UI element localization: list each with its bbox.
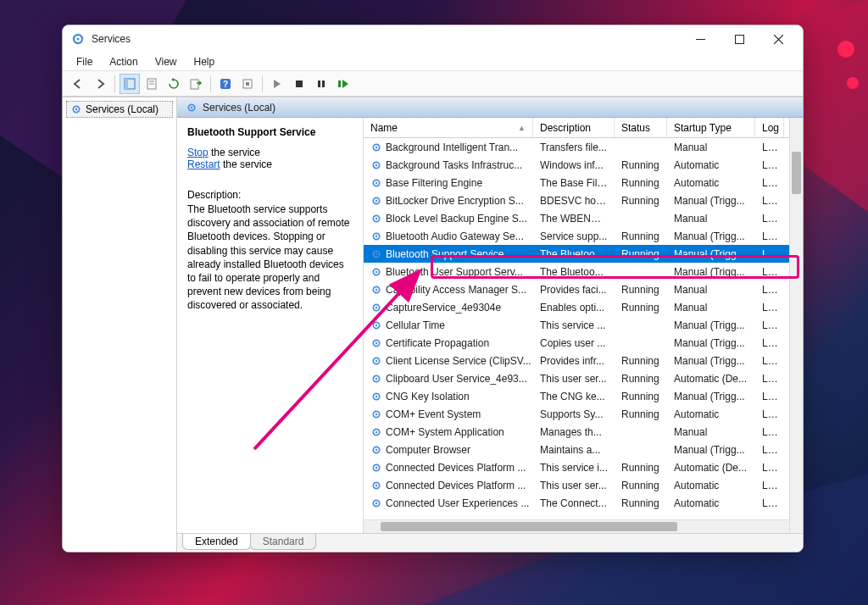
properties-button[interactable] — [142, 74, 162, 94]
svg-point-34 — [376, 199, 377, 201]
service-status: Running — [615, 480, 667, 491]
service-description: Enables opti... — [533, 302, 615, 314]
col-header-description[interactable]: Description — [533, 118, 615, 137]
restart-service-link[interactable]: Restart — [187, 158, 220, 170]
service-row[interactable]: Cellular TimeThis service ...Manual (Tri… — [364, 316, 803, 334]
menu-file[interactable]: File — [68, 54, 101, 69]
show-hide-tree-button[interactable] — [120, 74, 140, 94]
service-row[interactable]: Connected Devices Platform ...This servi… — [364, 458, 803, 476]
service-row[interactable]: Bluetooth Audio Gateway Se...Service sup… — [364, 227, 803, 245]
gear-icon — [370, 497, 382, 509]
service-row[interactable]: Capability Access Manager S...Provides f… — [364, 280, 803, 298]
service-startup: Automatic — [667, 159, 755, 171]
service-row[interactable]: Connected User Experiences ...The Connec… — [364, 494, 803, 512]
titlebar[interactable]: Services — [63, 25, 803, 53]
content-header-label: Services (Local) — [203, 102, 275, 114]
service-name: BitLocker Drive Encryption S... — [386, 195, 524, 207]
service-name: Bluetooth Audio Gateway Se... — [386, 230, 524, 242]
horizontal-scrollbar[interactable] — [364, 519, 803, 533]
service-logon: Loc — [755, 426, 784, 438]
content-pane: Services (Local) Bluetooth Support Servi… — [177, 97, 803, 552]
services-list: Name▲ Description Status Startup Type Lo… — [364, 118, 803, 533]
service-row[interactable]: Connected Devices Platform ...This user … — [364, 476, 803, 494]
service-row[interactable]: Background Intelligent Tran...Transfers … — [364, 138, 803, 156]
menu-view[interactable]: View — [147, 54, 186, 69]
service-row[interactable]: Block Level Backup Engine S...The WBENGI… — [364, 209, 803, 227]
toolbar-unknown-button[interactable] — [237, 74, 258, 94]
help-button[interactable]: ? — [215, 74, 236, 94]
service-row[interactable]: BitLocker Drive Encryption S...BDESVC ho… — [364, 191, 803, 209]
service-logon: Loc — [755, 480, 784, 491]
service-row[interactable]: COM+ System ApplicationManages th...Manu… — [364, 423, 803, 441]
nav-back-button[interactable] — [68, 74, 88, 94]
service-startup: Manual — [667, 142, 755, 153]
service-logon: Loc — [755, 444, 784, 456]
nav-forward-button[interactable] — [90, 74, 110, 94]
col-header-name[interactable]: Name▲ — [364, 118, 533, 137]
svg-rect-19 — [296, 80, 303, 87]
service-startup: Automatic (De... — [667, 373, 755, 385]
service-description: This user ser... — [533, 480, 615, 491]
gear-icon — [370, 355, 382, 367]
svg-point-30 — [376, 164, 377, 165]
stop-service-button[interactable] — [289, 74, 309, 94]
gear-icon — [370, 177, 382, 189]
service-description: Provides faci... — [533, 284, 615, 296]
details-pane: Bluetooth Support Service Stop the servi… — [177, 118, 364, 533]
vertical-scrollbar[interactable] — [789, 118, 803, 533]
service-row[interactable]: Client License Service (ClipSV...Provide… — [364, 352, 803, 369]
service-row[interactable]: Base Filtering EngineThe Base Filt...Run… — [364, 174, 803, 191]
console-tree[interactable]: Services (Local) — [63, 97, 177, 552]
service-row[interactable]: COM+ Event SystemSupports Sy...RunningAu… — [364, 405, 803, 423]
tab-extended[interactable]: Extended — [182, 534, 251, 550]
col-header-startup[interactable]: Startup Type — [667, 118, 755, 137]
stop-service-link[interactable]: Stop — [187, 147, 209, 158]
service-logon: Loc — [755, 266, 784, 278]
svg-point-28 — [376, 146, 377, 147]
service-row[interactable]: Certificate PropagationCopies user ...Ma… — [364, 334, 803, 352]
scrollbar-thumb[interactable] — [792, 152, 801, 194]
service-description: The Connect... — [533, 497, 615, 509]
svg-point-52 — [376, 359, 377, 361]
maximize-button[interactable] — [720, 26, 759, 52]
service-row[interactable]: CaptureService_4e9304eEnables opti...Run… — [364, 298, 803, 316]
service-row[interactable]: Computer BrowserMaintains a...Manual (Tr… — [364, 441, 803, 458]
service-row[interactable]: Bluetooth User Support Serv...The Blueto… — [364, 263, 803, 280]
export-list-button[interactable] — [186, 74, 206, 94]
gear-icon — [370, 195, 382, 207]
restart-service-button[interactable] — [333, 74, 353, 94]
service-name: Cellular Time — [386, 319, 445, 331]
scrollbar-thumb[interactable] — [381, 522, 677, 531]
service-row[interactable]: Clipboard User Service_4e93...This user … — [364, 369, 803, 387]
pause-service-button[interactable] — [311, 74, 331, 94]
services-rows[interactable]: Background Intelligent Tran...Transfers … — [364, 138, 803, 519]
service-logon: Loc — [755, 497, 784, 509]
service-logon: Loc — [755, 462, 784, 474]
service-name: Computer Browser — [386, 444, 470, 456]
close-button[interactable] — [759, 26, 798, 52]
tab-standard[interactable]: Standard — [250, 534, 317, 550]
col-header-logon[interactable]: Log — [755, 118, 784, 137]
start-service-button[interactable] — [267, 74, 287, 94]
service-row[interactable]: Bluetooth Support ServiceThe Bluetoo...R… — [364, 245, 803, 263]
svg-point-62 — [376, 448, 377, 450]
gear-icon — [186, 102, 198, 114]
service-startup: Automatic — [667, 497, 755, 509]
minimize-button[interactable] — [681, 26, 720, 52]
service-status: Running — [615, 177, 667, 189]
gear-icon — [70, 103, 82, 115]
service-startup: Manual — [667, 302, 755, 314]
tree-node-services-local[interactable]: Services (Local) — [66, 101, 173, 118]
service-status: Running — [615, 284, 667, 296]
service-row[interactable]: CNG Key IsolationThe CNG ke...RunningMan… — [364, 387, 803, 405]
gear-icon — [370, 408, 382, 420]
service-row[interactable]: Background Tasks Infrastruc...Windows in… — [364, 156, 803, 174]
col-header-status[interactable]: Status — [615, 118, 667, 137]
service-name: Capability Access Manager S... — [386, 284, 526, 296]
service-status: Running — [615, 497, 667, 509]
gear-icon — [370, 426, 382, 438]
svg-point-66 — [376, 484, 377, 486]
menu-action[interactable]: Action — [101, 54, 146, 69]
menu-help[interactable]: Help — [186, 54, 224, 69]
refresh-button[interactable] — [164, 74, 184, 94]
